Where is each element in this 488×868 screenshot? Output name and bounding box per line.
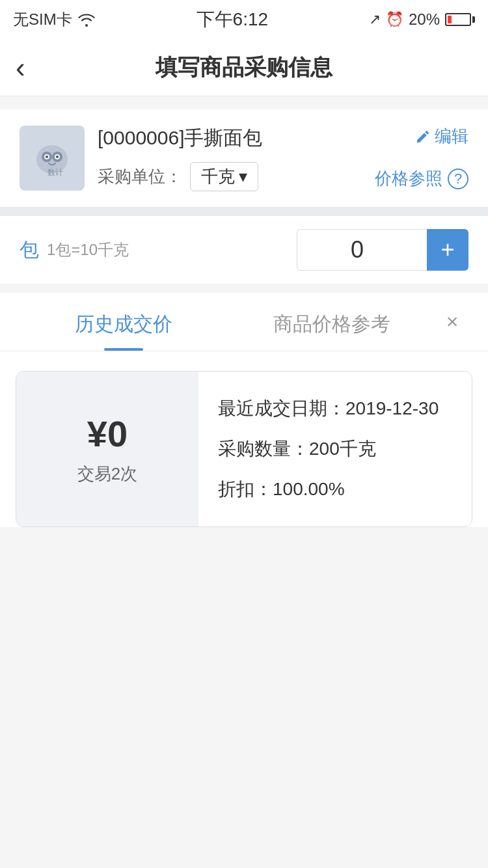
page-header: ‹ 填写商品采购信息 — [0, 39, 488, 96]
unit-bag-label: 包 — [20, 237, 39, 264]
recent-date-label: 最近成交日期： — [218, 398, 346, 418]
unit-value: 千克 — [201, 165, 235, 188]
currency-symbol: ¥ — [87, 413, 107, 454]
alarm-icon: ⏰ — [386, 11, 403, 28]
product-name: [0000006]手撕面包 — [98, 125, 262, 152]
quantity-plus-button[interactable]: + — [427, 229, 468, 271]
status-right: ↗ ⏰ 20% — [369, 10, 475, 29]
trade-count: 交易2次 — [77, 463, 137, 485]
tab-historical-price[interactable]: 历史成交价 — [20, 293, 228, 351]
trade-recent-date-row: 最近成交日期：2019-12-30 — [218, 395, 452, 422]
tab-price-reference[interactable]: 商品价格参考 — [228, 293, 436, 351]
product-logo-icon: 数计 — [29, 139, 75, 178]
price-ref-button[interactable]: 价格参照 ? — [375, 167, 468, 190]
tabs-header: 历史成交价 商品价格参考 × — [0, 293, 488, 351]
trade-card: ¥0 交易2次 最近成交日期：2019-12-30 采购数量：200千克 折扣：… — [16, 371, 472, 527]
page-title: 填写商品采购信息 — [156, 53, 332, 83]
status-left: 无SIM卡 — [13, 9, 96, 30]
quantity-left: 包 1包=10千克 — [20, 237, 129, 264]
help-icon: ? — [448, 169, 468, 189]
recent-date-value: 2019-12-30 — [346, 398, 439, 418]
price-number: 0 — [107, 413, 128, 454]
product-unit-row: 采购单位： 千克 ▾ — [98, 162, 262, 191]
quantity-input[interactable] — [297, 229, 427, 271]
product-left: 数计 [0000006]手撕面包 采购单位： 千克 ▾ — [20, 125, 262, 191]
unit-label: 采购单位： — [98, 165, 182, 188]
edit-button[interactable]: 编辑 — [415, 125, 468, 148]
trade-price-value: ¥0 — [87, 413, 128, 455]
quantity-input-wrapper: + — [297, 229, 468, 271]
edit-icon — [415, 129, 431, 144]
unit-note: 1包=10千克 — [47, 239, 129, 260]
discount-value: 100.00% — [273, 479, 345, 499]
price-ref-label: 价格参照 — [375, 167, 442, 190]
product-card: 数计 [0000006]手撕面包 采购单位： 千克 ▾ — [0, 109, 488, 207]
back-button[interactable]: ‹ — [16, 51, 25, 84]
product-right: 编辑 价格参照 ? — [375, 125, 468, 190]
trade-price-left: ¥0 交易2次 — [16, 372, 198, 526]
nav-icon: ↗ — [369, 11, 381, 28]
trade-purchase-qty-row: 采购数量：200千克 — [218, 435, 452, 463]
battery-icon — [445, 13, 475, 26]
tab-historical-label: 历史成交价 — [75, 313, 172, 334]
quantity-row: 包 1包=10千克 + — [0, 216, 488, 284]
edit-label: 编辑 — [435, 125, 468, 148]
status-time: 下午6:12 — [197, 7, 269, 32]
purchase-qty-value: 200千克 — [309, 439, 376, 459]
section-divider — [0, 207, 488, 216]
trade-discount-row: 折扣：100.00% — [218, 476, 452, 503]
status-bar: 无SIM卡 下午6:12 ↗ ⏰ 20% — [0, 0, 488, 39]
battery-percent: 20% — [409, 10, 440, 29]
product-info: [0000006]手撕面包 采购单位： 千克 ▾ — [98, 125, 262, 191]
carrier-text: 无SIM卡 — [13, 9, 72, 30]
wifi-icon — [77, 12, 96, 27]
discount-label: 折扣： — [218, 479, 273, 499]
unit-select[interactable]: 千克 ▾ — [190, 162, 258, 191]
product-thumbnail: 数计 — [20, 126, 85, 191]
tabs-close-button[interactable]: × — [436, 306, 468, 338]
purchase-qty-label: 采购数量： — [218, 439, 309, 459]
trade-details-right: 最近成交日期：2019-12-30 采购数量：200千克 折扣：100.00% — [198, 372, 472, 526]
tabs-panel: 历史成交价 商品价格参考 × ¥0 交易2次 最近成交日期：2019-12-30… — [0, 293, 488, 527]
tab-price-ref-label: 商品价格参考 — [273, 313, 390, 334]
dropdown-arrow-icon: ▾ — [239, 167, 247, 187]
svg-point-6 — [56, 156, 59, 158]
svg-point-5 — [46, 156, 48, 158]
svg-text:数计: 数计 — [47, 168, 63, 177]
